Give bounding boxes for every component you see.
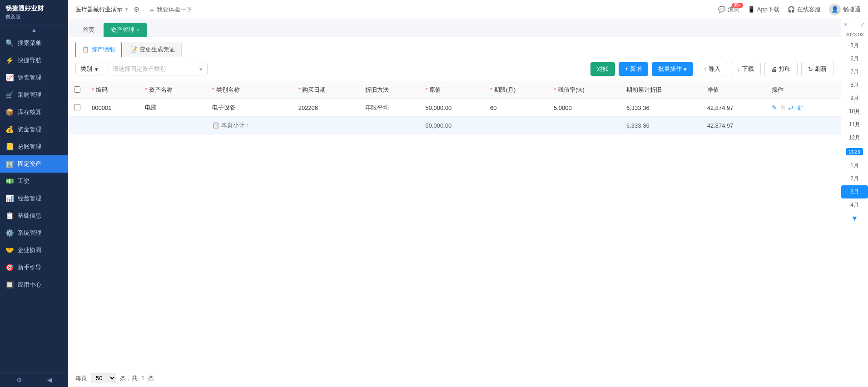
sub-tab-voucher[interactable]: 📝 变更生成凭证	[124, 42, 182, 57]
download-button[interactable]: ↓ 下载	[731, 62, 761, 76]
main-area: 医疗器械行业演示 ▾ ⚙ ☁ 我要体验一下 💬 消息 99+ 📱 App下载 🎧…	[68, 0, 868, 387]
service-icon: 🎧	[788, 6, 795, 13]
sidebar-item-quicknav[interactable]: ⚡快捷导航	[0, 52, 68, 69]
download-label: 下载	[742, 65, 754, 73]
sidebar-item-guide[interactable]: 🎯新手引导	[0, 259, 68, 276]
print-button[interactable]: 🖨 打印	[764, 62, 798, 76]
month-11[interactable]: 11月	[841, 118, 868, 131]
online-service-btn[interactable]: 🎧 在线客服	[788, 5, 821, 14]
category-placeholder: 请选择固定资产类别	[113, 65, 166, 73]
sidebar-item-label: 应用中心	[18, 281, 41, 289]
refresh-button[interactable]: ↻ 刷新	[801, 62, 833, 76]
user-profile-btn[interactable]: 👤 畅捷通	[829, 4, 861, 15]
subtotal-empty2	[293, 117, 420, 134]
month-12[interactable]: 12月	[841, 131, 868, 144]
subtotal-empty3	[485, 117, 621, 134]
sidebar-scroll-up[interactable]: ▲	[0, 25, 68, 35]
download-icon: 📱	[748, 6, 755, 13]
content-area: 首页 资产管理 × 📋 资产明细 📝 变更生成凭证	[68, 19, 868, 387]
collapse-icon[interactable]: ◀	[47, 376, 52, 383]
category-filter[interactable]: 类别 ▾	[75, 63, 103, 75]
month-6[interactable]: 6月	[841, 52, 868, 65]
total-count: 1	[141, 375, 144, 382]
year-badge[interactable]: 2023	[846, 148, 863, 155]
month-8[interactable]: 8月	[841, 79, 868, 92]
app-download-label: App下载	[757, 5, 779, 14]
row-residual-rate: 5.0000	[548, 99, 621, 117]
month-3-active[interactable]: 3月	[841, 185, 868, 198]
finance-icon: 💰	[5, 125, 14, 134]
company-name: 医疗器械行业演示	[75, 5, 123, 14]
cloud-icon: ☁	[149, 6, 154, 13]
search-icon: 🔍	[5, 39, 14, 47]
row-checkbox-cell	[68, 99, 86, 117]
sidebar-item-system[interactable]: ⚙️系统管理	[0, 224, 68, 242]
transfer-icon[interactable]: ⇄	[788, 104, 794, 111]
select-all-checkbox[interactable]	[74, 86, 80, 93]
assets-table: 编码 资产名称 类别名称 购买日期 折旧方法 原值 期限(月) 残值率(%) 期…	[68, 81, 841, 134]
import-label: 导入	[709, 65, 720, 73]
quicknav-icon: ⚡	[5, 56, 14, 64]
avatar: 👤	[829, 4, 841, 15]
row-category: 电子设备	[207, 99, 293, 117]
tab-assets-management[interactable]: 资产管理 ×	[104, 23, 147, 37]
app-download-btn[interactable]: 📱 App下载	[748, 5, 779, 14]
sidebar-item-label: 搜索菜单	[18, 39, 41, 47]
row-checkbox[interactable]	[74, 104, 80, 110]
reconcile-button[interactable]: 对账	[590, 62, 615, 76]
sidebar: 畅捷通好业财 普及版 ▲ 🔍搜索菜单⚡快捷导航📈销售管理🛒采购管理📦库存核算💰资…	[0, 0, 68, 387]
month-9[interactable]: 9月	[841, 92, 868, 105]
delete-icon[interactable]: 🗑	[797, 104, 804, 111]
salary-icon: 💵	[5, 177, 14, 185]
batch-button[interactable]: 批量操作 ▾	[652, 62, 693, 76]
month-7[interactable]: 7月	[841, 65, 868, 79]
month-10[interactable]: 10月	[841, 105, 868, 118]
panel-expand-btn[interactable]: ⤢	[860, 21, 865, 28]
edit-icon[interactable]: ✎	[772, 104, 777, 111]
import-button[interactable]: ↑ 导入	[697, 62, 727, 76]
copy-icon[interactable]: ⎘	[781, 104, 784, 111]
experience-btn[interactable]: ☁ 我要体验一下	[149, 5, 192, 14]
toolbar-right: 对账 + 新增 批量操作 ▾ ↑ 导入 ↓ 下载	[590, 62, 833, 76]
category-type-filter[interactable]: 请选择固定资产类别 ▾	[108, 63, 208, 75]
sidebar-item-finance[interactable]: 💰资金管理	[0, 121, 68, 138]
row-code: 000001	[86, 99, 139, 117]
panel-down-arrow[interactable]: ▼	[849, 213, 860, 224]
settings-icon[interactable]: ⚙	[16, 376, 22, 383]
app_center-icon: 🔲	[5, 281, 14, 289]
tab-home[interactable]: 首页	[75, 23, 102, 37]
messages-btn[interactable]: 💬 消息 99+	[718, 5, 739, 14]
tabs-bar: 首页 资产管理 ×	[68, 19, 841, 37]
sidebar-item-label: 总账管理	[18, 143, 41, 151]
category-label: 类别	[80, 65, 92, 73]
sidebar-item-label: 固定资产	[18, 160, 41, 168]
sidebar-item-salary[interactable]: 💵工资	[0, 173, 68, 190]
sidebar-item-operations[interactable]: 📊经营管理	[0, 190, 68, 207]
sidebar-item-purchase[interactable]: 🛒采购管理	[0, 86, 68, 104]
sidebar-item-sales[interactable]: 📈销售管理	[0, 69, 68, 86]
settings-gear-icon[interactable]: ⚙	[134, 5, 139, 14]
page-content: 首页 资产管理 × 📋 资产明细 📝 变更生成凭证	[68, 19, 841, 387]
sidebar-item-basic_info[interactable]: 📋基础信息	[0, 207, 68, 224]
sidebar-item-ledger[interactable]: 📒总账管理	[0, 138, 68, 155]
sidebar-item-fixed_assets[interactable]: 🏢固定资产	[0, 155, 68, 173]
panel-close-btn[interactable]: ×	[844, 21, 848, 28]
sidebar-item-inventory[interactable]: 📦库存核算	[0, 104, 68, 121]
page-size-select[interactable]: 50 100 200	[91, 373, 116, 383]
th-name: 资产名称	[139, 81, 206, 99]
tab-close-icon[interactable]: ×	[137, 27, 139, 33]
panel-scroll-down[interactable]: ▼	[847, 212, 863, 225]
row-original-value: 50,000.00	[420, 99, 485, 117]
sub-tab-asset-detail[interactable]: 📋 资产明细	[75, 42, 122, 57]
company-selector[interactable]: 医疗器械行业演示 ▾	[75, 5, 128, 14]
month-1[interactable]: 1月	[841, 159, 868, 172]
month-4[interactable]: 4月	[841, 198, 868, 212]
month-5[interactable]: 5月	[841, 39, 868, 52]
sidebar-bottom: ⚙ ◀	[0, 372, 68, 387]
sidebar-item-app_center[interactable]: 🔲应用中心	[0, 276, 68, 293]
sidebar-item-search[interactable]: 🔍搜索菜单	[0, 35, 68, 52]
sidebar-item-enterprise[interactable]: 🤝企业协同	[0, 242, 68, 259]
month-2[interactable]: 2月	[841, 172, 868, 185]
add-button[interactable]: + 新增	[619, 62, 648, 76]
sidebar-item-label: 企业协同	[18, 246, 41, 254]
